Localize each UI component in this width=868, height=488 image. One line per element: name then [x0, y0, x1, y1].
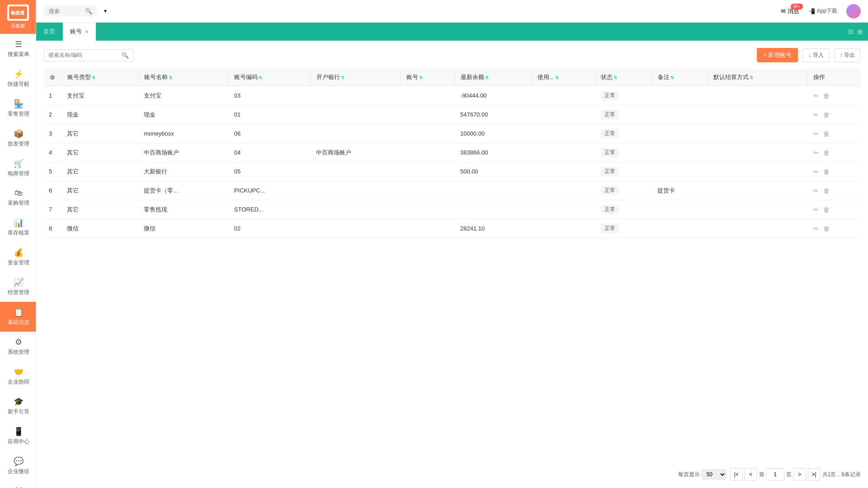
per-page-select[interactable]: 50 100 — [702, 469, 726, 479]
delete-icon[interactable]: 🗑 — [823, 187, 830, 194]
table-row: 4 其它 中百商场账户 04 中百商场账户 383866.00 正常 ✏ 🗑 — [43, 143, 861, 162]
col-account-name[interactable]: 账号名称⇅ — [138, 69, 229, 86]
row-account-no — [401, 200, 455, 219]
app-download-btn[interactable]: 📲 App下载 — [808, 7, 837, 15]
sidebar-item-inventory[interactable]: 📊 库存核算 — [0, 212, 36, 242]
account-search-box[interactable]: 🔍 — [43, 49, 134, 61]
logo-subtitle: 乐账版 — [10, 23, 25, 29]
sidebar-item-ecommerce[interactable]: 🛒 电商管理 — [0, 153, 36, 183]
delete-icon[interactable]: 🗑 — [823, 168, 830, 175]
row-bank — [311, 162, 401, 181]
sidebar-item-wholesale[interactable]: 📦 批发管理 — [0, 123, 36, 153]
sidebar-item-capital-label: 资金管理 — [8, 259, 29, 267]
operation-icon: 📈 — [14, 277, 24, 287]
row-account-type: 其它 — [61, 162, 138, 181]
col-usage[interactable]: 使用...⇅ — [532, 69, 595, 86]
row-account-type: 其它 — [61, 181, 138, 200]
col-default-settlement[interactable]: 默认结算方式⇅ — [708, 69, 807, 86]
sidebar-item-enterprise-agreement[interactable]: 🤝 企业协同 — [0, 361, 36, 391]
sidebar-item-beginner-label: 新手引导 — [8, 408, 29, 416]
row-notes — [652, 124, 708, 143]
topbar-search[interactable]: 🔍 — [43, 6, 98, 16]
col-status[interactable]: 状态⇅ — [595, 69, 652, 86]
table-row: 7 其它 零售抵现 STORED... 正常 ✏ 🗑 — [43, 200, 861, 219]
content-area: 🔍 + 新增账号 ↓ 导入 ↑ 导出 ⚙ 账号类型⇅ 账号名称⇅ 账号编码⇅ 开… — [36, 41, 868, 488]
sidebar-item-enterprise-wechat[interactable]: 💬 企业微信 — [0, 451, 36, 481]
row-num: 4 — [43, 143, 61, 162]
add-account-button[interactable]: + 新增账号 — [757, 48, 798, 62]
col-bank[interactable]: 开户银行⇅ — [311, 69, 401, 86]
sidebar-item-system[interactable]: ⚙ 系统管理 — [0, 332, 36, 361]
sidebar-item-purchase[interactable]: 🛍 采购管理 — [0, 183, 36, 212]
row-latest-balance: 28241.10 — [455, 219, 532, 238]
import-button[interactable]: ↓ 导入 — [802, 48, 829, 62]
delete-icon[interactable]: 🗑 — [823, 130, 830, 137]
topbar-search-input[interactable] — [49, 8, 85, 14]
delete-icon[interactable]: 🗑 — [823, 225, 830, 232]
row-latest-balance: 10000.00 — [455, 124, 532, 143]
table-header: ⚙ 账号类型⇅ 账号名称⇅ 账号编码⇅ 开户银行⇅ 账号⇅ 最新余额⇅ 使用..… — [43, 69, 861, 86]
topbar-dropdown-icon[interactable]: ▼ — [103, 9, 108, 14]
edit-icon[interactable]: ✏ — [813, 168, 819, 175]
delete-icon[interactable]: 🗑 — [823, 149, 830, 156]
sidebar-item-agreement-label: 企业协同 — [8, 378, 29, 386]
delete-icon[interactable]: 🗑 — [823, 206, 830, 213]
maximize-btn[interactable]: ⊞ — [857, 28, 863, 35]
col-notes[interactable]: 备注⇅ — [652, 69, 708, 86]
row-usage — [532, 181, 595, 200]
row-account-code: PICKUPC... — [229, 181, 311, 200]
sidebar-item-basic-info[interactable]: 📋 基础信息 — [0, 302, 36, 332]
tab-accounts[interactable]: 账号 ✕ — [63, 23, 96, 41]
row-bank — [311, 181, 401, 200]
edit-icon[interactable]: ✏ — [813, 149, 819, 156]
row-account-code: 03 — [229, 86, 311, 105]
edit-icon[interactable]: ✏ — [813, 92, 819, 99]
edit-icon[interactable]: ✏ — [813, 225, 819, 232]
row-num: 3 — [43, 124, 61, 143]
accounts-table: ⚙ 账号类型⇅ 账号名称⇅ 账号编码⇅ 开户银行⇅ 账号⇅ 最新余额⇅ 使用..… — [43, 69, 861, 238]
topbar-right: ✉ 消息 99+ 📲 App下载 — [781, 4, 861, 19]
sidebar-item-operation[interactable]: 📈 经营管理 — [0, 272, 36, 302]
sidebar-item-capital[interactable]: 💰 资金管理 — [0, 242, 36, 272]
col-account-code[interactable]: 账号编码⇅ — [229, 69, 311, 86]
edit-icon[interactable]: ✏ — [813, 206, 819, 213]
page-input[interactable] — [766, 468, 784, 481]
logo-area: 畅捷通 乐账版 — [0, 0, 36, 34]
page-last-btn[interactable]: >| — [808, 468, 821, 481]
edit-icon[interactable]: ✏ — [813, 130, 819, 137]
topbar-messages[interactable]: ✉ 消息 99+ — [781, 7, 799, 15]
sidebar-item-search-menu[interactable]: ☰ 搜索菜单 — [0, 34, 36, 64]
row-status: 正常 — [595, 105, 652, 124]
sidebar-item-quick-nav[interactable]: ⚡ 快捷导航 — [0, 64, 36, 94]
delete-icon[interactable]: 🗑 — [823, 92, 830, 99]
row-bank: 中百商场账户 — [311, 143, 401, 162]
account-search-input[interactable] — [48, 52, 119, 58]
minimize-btn[interactable]: ⊟ — [848, 28, 854, 35]
row-status: 正常 — [595, 162, 652, 181]
edit-icon[interactable]: ✏ — [813, 187, 819, 194]
col-latest-balance[interactable]: 最新余额⇅ — [455, 69, 532, 86]
export-button[interactable]: ↑ 导出 — [834, 48, 861, 62]
window-controls: ⊟ ⊞ — [848, 23, 868, 41]
delete-icon[interactable]: 🗑 — [823, 111, 830, 118]
sidebar-item-vip[interactable]: 👑 畅会员 — [0, 481, 36, 488]
tab-home[interactable]: 首页 — [36, 23, 63, 41]
sidebar-item-retail[interactable]: 🏪 零售管理 — [0, 94, 36, 123]
row-default-settlement — [708, 200, 807, 219]
sidebar-item-wholesale-label: 批发管理 — [8, 140, 29, 148]
edit-icon[interactable]: ✏ — [813, 111, 819, 118]
sidebar-item-app-center[interactable]: 📱 应用中心 — [0, 421, 36, 451]
user-avatar[interactable] — [846, 4, 861, 19]
tab-accounts-close[interactable]: ✕ — [85, 29, 89, 35]
page-first-btn[interactable]: |< — [730, 468, 743, 481]
per-page-label: 每页显示 — [678, 471, 700, 479]
row-default-settlement — [708, 143, 807, 162]
page-prev-btn[interactable]: < — [745, 468, 757, 481]
row-usage — [532, 200, 595, 219]
col-account-type[interactable]: 账号类型⇅ — [61, 69, 138, 86]
col-settings[interactable]: ⚙ — [43, 69, 61, 86]
page-next-btn[interactable]: > — [793, 468, 806, 481]
row-account-type: 其它 — [61, 200, 138, 219]
col-account-no[interactable]: 账号⇅ — [401, 69, 455, 86]
sidebar-item-beginner[interactable]: 🎓 新手引导 — [0, 391, 36, 421]
